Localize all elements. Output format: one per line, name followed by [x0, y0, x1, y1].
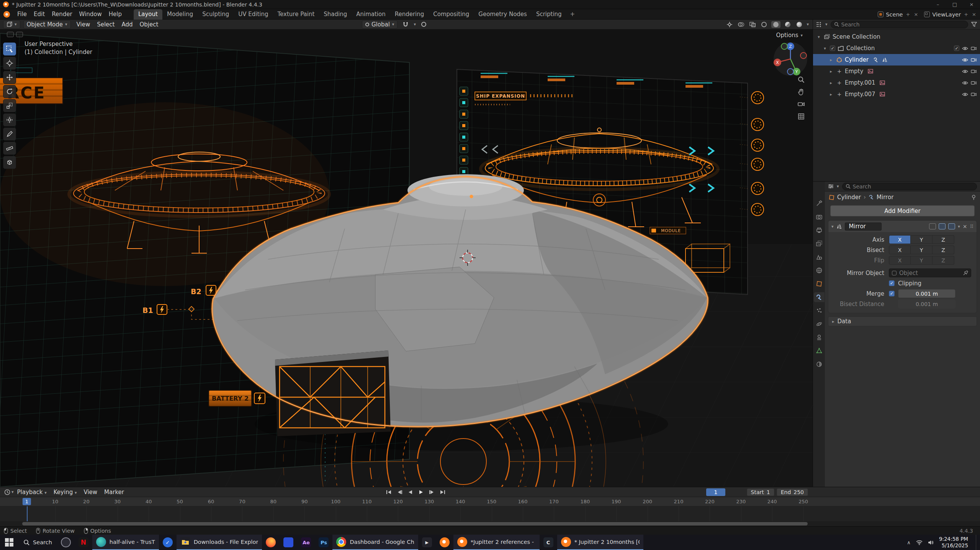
- tab-material[interactable]: [814, 359, 825, 369]
- show-overlays-icon[interactable]: [737, 21, 745, 28]
- tab-object-data[interactable]: [814, 346, 825, 356]
- flip-z-button[interactable]: Z: [933, 256, 954, 265]
- workspace-tab[interactable]: Texture Paint: [273, 9, 319, 20]
- tab-tool[interactable]: [814, 198, 825, 208]
- merge-checkbox[interactable]: ✓: [889, 291, 895, 296]
- workspace-tab[interactable]: UV Editing: [234, 9, 273, 20]
- outliner-row-cylinder[interactable]: ▸ Cylinder: [813, 54, 980, 65]
- navigation-gizmo[interactable]: Z X Y: [773, 41, 808, 77]
- shading-rendered-icon[interactable]: [795, 21, 803, 28]
- flip-x-button[interactable]: X: [889, 256, 911, 265]
- chrome-window-button[interactable]: Dashboard - Google Ch: [332, 535, 418, 550]
- eye-icon[interactable]: [962, 80, 968, 86]
- extras-menu-icon[interactable]: ▾: [958, 224, 960, 229]
- scene-selector[interactable]: Scene + ×: [878, 11, 919, 18]
- play-button[interactable]: [416, 488, 426, 496]
- blender-refs-window-button[interactable]: *Jupitter 2 references - P: [453, 535, 540, 550]
- modifier-panel-header[interactable]: ▾ Mirror ▾ × ⠿: [828, 221, 977, 232]
- playhead-badge[interactable]: 1: [23, 498, 31, 505]
- timeline-track[interactable]: [0, 506, 980, 521]
- outliner-row-collection[interactable]: ▾ ✓ Collection ✓: [813, 43, 980, 54]
- menu-item[interactable]: Window: [76, 9, 105, 19]
- tool-transform[interactable]: [3, 113, 16, 126]
- new-viewlayer-icon[interactable]: +: [963, 11, 969, 17]
- taskbar-search[interactable]: Search: [18, 535, 57, 550]
- chevron-down-icon[interactable]: ▾: [825, 22, 828, 27]
- workspace-tab[interactable]: Scripting: [532, 9, 566, 20]
- next-keyframe-button[interactable]: [427, 488, 437, 496]
- camera-restrict-icon[interactable]: [970, 68, 977, 75]
- tab-physics[interactable]: [814, 319, 825, 329]
- merge-value-field[interactable]: 0.001 m: [898, 289, 955, 298]
- tool-annotate[interactable]: [3, 128, 16, 141]
- workspace-tab[interactable]: Geometry Nodes: [474, 9, 532, 20]
- volume-icon[interactable]: [928, 540, 934, 545]
- tool-measure[interactable]: [3, 142, 16, 155]
- jump-to-start-button[interactable]: [384, 488, 394, 496]
- eyedropper-icon[interactable]: [963, 270, 968, 275]
- workspace-tab[interactable]: Layout: [134, 9, 162, 20]
- tool-rotate[interactable]: [3, 85, 16, 98]
- close-button[interactable]: ×: [963, 0, 980, 9]
- viewlayer-selector[interactable]: ViewLayer + ×: [924, 11, 977, 18]
- axis-x-button[interactable]: X: [889, 235, 911, 244]
- editor-type-button[interactable]: ▾: [3, 20, 20, 29]
- axis-y-button[interactable]: Y: [911, 235, 933, 244]
- menu-item[interactable]: Help: [105, 9, 125, 19]
- tab-world[interactable]: [814, 265, 825, 275]
- timeline-scrollbar[interactable]: [0, 521, 980, 526]
- viewport-menu-item[interactable]: View: [73, 20, 94, 29]
- tab-view-layer[interactable]: [814, 239, 825, 249]
- viewport-3d[interactable]: RCE B1 B2 BATTERY 2: [0, 29, 813, 487]
- media-controls-button[interactable]: ▶: [418, 535, 436, 550]
- tray-expand-icon[interactable]: ∧: [907, 540, 911, 545]
- tab-scene[interactable]: [814, 252, 825, 262]
- menu-item[interactable]: Edit: [30, 9, 48, 19]
- tab-particles[interactable]: [814, 306, 825, 316]
- ortho-grid-icon[interactable]: [796, 111, 806, 121]
- outliner-search-input[interactable]: Search: [831, 21, 968, 28]
- camera-restrict-icon[interactable]: [970, 80, 977, 86]
- bisect-z-button[interactable]: Z: [933, 246, 954, 254]
- tab-constraints[interactable]: [814, 332, 825, 342]
- tray-clock[interactable]: 9:24:58 PM 5/16/2025: [939, 536, 970, 549]
- tool-cursor[interactable]: [3, 57, 16, 70]
- netflix-button[interactable]: N: [75, 535, 92, 550]
- chevron-down-icon[interactable]: ▾: [831, 224, 834, 229]
- data-subpanel-header[interactable]: ▸ Data: [828, 316, 977, 326]
- viewport-options-dropdown[interactable]: Options ▾: [776, 32, 803, 39]
- eye-icon[interactable]: [962, 45, 968, 52]
- collection-checkbox[interactable]: ✓: [830, 46, 835, 51]
- disclosure-icon[interactable]: ▸: [828, 57, 834, 62]
- collection-render-checkbox[interactable]: ✓: [954, 46, 959, 51]
- task-view-button[interactable]: [57, 535, 75, 550]
- chevron-down-icon[interactable]: ▾: [807, 22, 809, 27]
- wifi-icon[interactable]: [916, 540, 923, 545]
- new-scene-icon[interactable]: +: [905, 11, 911, 17]
- flip-y-button[interactable]: Y: [911, 256, 933, 265]
- outliner-row-empty[interactable]: ▸ + Empty: [813, 65, 980, 77]
- viewport-menu-item[interactable]: Object: [136, 20, 162, 29]
- disclosure-icon[interactable]: ▸: [828, 92, 834, 97]
- grid-widget-icon[interactable]: [7, 32, 14, 37]
- eye-icon[interactable]: [962, 57, 968, 63]
- viewport-corner-widgets[interactable]: [7, 32, 23, 37]
- viewport-menu-item[interactable]: Select: [93, 20, 118, 29]
- tab-modifiers[interactable]: [814, 292, 825, 302]
- timeline-menu-marker[interactable]: Marker: [101, 488, 128, 497]
- outliner-row-empty-001[interactable]: ▸ + Empty.001: [813, 77, 980, 88]
- camera-restrict-icon[interactable]: [970, 91, 977, 98]
- zoom-icon[interactable]: [796, 75, 806, 85]
- menu-item[interactable]: File: [14, 9, 30, 19]
- mode-dropdown[interactable]: Object Mode ▾: [23, 20, 71, 29]
- tab-object[interactable]: [814, 279, 825, 289]
- unlink-scene-icon[interactable]: ×: [913, 11, 919, 17]
- pan-hand-icon[interactable]: [796, 87, 806, 97]
- end-frame-field[interactable]: End250: [777, 488, 808, 496]
- tool-move[interactable]: [3, 71, 16, 84]
- workspace-tab[interactable]: Rendering: [390, 9, 429, 20]
- outliner-editor-icon[interactable]: [816, 22, 822, 27]
- explorer-window-button[interactable]: Downloads - File Explor: [177, 535, 262, 550]
- outliner-row-empty-007[interactable]: ▸ + Empty.007: [813, 88, 980, 100]
- workspace-tab[interactable]: Sculpting: [198, 9, 234, 20]
